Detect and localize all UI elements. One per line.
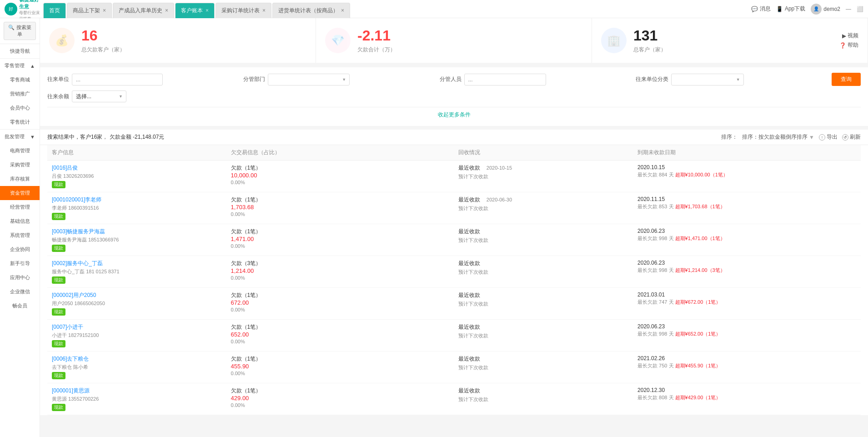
filter-group-balance: 往来余额 选择... (47, 90, 861, 102)
customer-name-link-3[interactable]: [0002]服务中心_丁磊 (52, 260, 222, 267)
debt-amount-5[interactable]: 652.00 (231, 331, 450, 338)
sidebar-item-retail-manage[interactable]: 零售管理 ▲ (0, 59, 40, 73)
quick-nav-label: 快捷导航 (10, 48, 30, 54)
cell-collection-3: 最近收款 预计下次收款 (454, 256, 633, 288)
customer-name-link-6[interactable]: [0006]去下粮仓 (52, 355, 222, 363)
refresh-btn[interactable]: ↺ 刷新 (842, 133, 861, 141)
customer-name-link-4[interactable]: [000002]用户2050 (52, 291, 222, 299)
sidebar-item-basic-info[interactable]: 基础信息 (0, 214, 40, 228)
messages-btn[interactable]: 💬 消息 (751, 5, 771, 13)
sidebar-item-changhui[interactable]: 畅会员 (0, 299, 40, 313)
sidebar-item-batch-manage[interactable]: 批发管理 ▼ (0, 130, 40, 144)
table-row: [000002]用户2050 用户2050 18665062050 现款 欠款（… (47, 288, 861, 320)
stats-bar: 💰 16 总欠款客户（家） 💎 -2.11 欠款合计（万） 🏢 131 总客户（… (40, 18, 868, 63)
help-btn[interactable]: ❓ 帮助 (839, 41, 858, 49)
debt-amount-0[interactable]: 10,000.00 (231, 172, 450, 179)
stat-info-debt-customers: 16 总欠款客户（家） (81, 27, 125, 54)
sidebar-item-retail-stats[interactable]: 零售统计 (0, 115, 40, 129)
window-minimize[interactable]: — (846, 6, 851, 12)
sidebar-item-corp-wechat[interactable]: 企业微信 (0, 285, 40, 299)
tab-production-history-close[interactable]: × (165, 7, 168, 14)
cell-customer-7: [000001]黄思源 黄思源 13552700226 现款 (47, 383, 226, 415)
sort-label: 排序： (721, 133, 738, 141)
balance-select[interactable]: 选择... (72, 90, 126, 102)
debt-amount-3[interactable]: 1,214.00 (231, 267, 450, 274)
customer-name-link-7[interactable]: [000001]黄思源 (52, 387, 222, 395)
sidebar-search: 🔍 搜索菜单 (0, 18, 40, 44)
tab-incoming-stats-close[interactable]: × (341, 7, 344, 14)
sidebar-item-system[interactable]: 系统管理 (0, 228, 40, 242)
debt-customers-number: 16 (81, 27, 125, 44)
overdue-amount-link-6[interactable]: 超期¥455.90（1笔） (675, 363, 721, 368)
search-menu-btn[interactable]: 🔍 搜索菜单 (4, 22, 36, 40)
sidebar-item-marketing[interactable]: 营销推广 (0, 87, 40, 101)
debt-amount-label: 欠款合计（万） (357, 46, 396, 54)
sidebar-item-retail-mall[interactable]: 零售商城 (0, 73, 40, 87)
overdue-amount-link-3[interactable]: 超期¥1,214.00（3笔） (675, 267, 725, 273)
user-menu[interactable]: 👤 demo2 (811, 4, 840, 15)
unit-class-select[interactable] (671, 74, 744, 85)
cell-due-date-1: 2020.11.15 最长欠款 853 天 超期¥1,703.68（1笔） (633, 192, 861, 224)
overdue-amount-link-4[interactable]: 超期¥672.00（1笔） (675, 299, 721, 305)
sort-btn[interactable]: 排序：按欠款金额倒序排序 ▼ (742, 133, 814, 141)
customer-phone-5: 小进干 18279152100 (52, 332, 222, 339)
sidebar-item-finance[interactable]: 资金管理 (0, 186, 40, 200)
debt-count-5: 欠款（1笔） (231, 323, 450, 331)
tab-customer-account-close[interactable]: × (206, 7, 209, 14)
sidebar-item-guide[interactable]: 新手引导 (0, 256, 40, 271)
video-btn[interactable]: ▶ 视频 (842, 32, 858, 40)
overdue-amount-link-0[interactable]: 超期¥10,000.00（1笔） (675, 172, 728, 177)
dept-select[interactable] (268, 74, 350, 85)
due-date-6: 2021.02.26 (637, 355, 856, 362)
customer-name-link-1[interactable]: [0001020001]李老师 (52, 196, 222, 204)
app-download-btn[interactable]: 📱 App下载 (776, 5, 805, 13)
customer-name-link-5[interactable]: [0007]小进干 (52, 323, 222, 331)
sort-arrow-icon: ▼ (809, 134, 814, 141)
debt-amount-4[interactable]: 672.00 (231, 299, 450, 306)
cell-customer-3: [0002]服务中心_丁磊 服务中心_丁磊 181 0125 8371 现款 (47, 256, 226, 288)
tab-home[interactable]: 首页 (43, 3, 66, 18)
debt-amount-1[interactable]: 1,703.68 (231, 204, 450, 211)
sidebar-item-quick-nav[interactable]: 快捷导航 (0, 44, 40, 59)
cell-collection-5: 最近收款 预计下次收款 (454, 320, 633, 352)
customer-name-link-0[interactable]: [0016]吕俊 (52, 164, 222, 172)
tab-incoming-stats[interactable]: 进货单统计表（按商品） × (272, 3, 350, 18)
tab-production-history[interactable]: 产成品入库单历史 × (113, 3, 174, 18)
avatar: 👤 (811, 4, 822, 15)
debt-amount-7[interactable]: 429.00 (231, 395, 450, 402)
cell-collection-1: 最近收款 2020-06-30 预计下次收款 (454, 192, 633, 224)
sidebar-item-enterprise[interactable]: 企业协同 (0, 242, 40, 256)
tab-product-manage-close[interactable]: × (103, 7, 106, 14)
sidebar: 🔍 搜索菜单 快捷导航 零售管理 ▲ 零售商城 营销推广 会员中心 零售统计 (0, 18, 40, 437)
debt-amount-6[interactable]: 455.90 (231, 363, 450, 370)
sidebar-item-purchase[interactable]: 采购管理 (0, 158, 40, 172)
query-button[interactable]: 查询 (832, 73, 861, 86)
debt-percent-3: 0.00% (231, 275, 450, 281)
tab-purchase-order-close[interactable]: × (262, 7, 266, 14)
collapse-btn[interactable]: 收起更多条件 (47, 109, 861, 121)
tab-customer-account[interactable]: 客户账本 × (175, 3, 215, 18)
sidebar-item-ecommerce[interactable]: 电商管理 (0, 144, 40, 158)
sidebar-item-operation[interactable]: 经营管理 (0, 200, 40, 214)
stat-info-total-customers: 131 总客户（家） (633, 27, 666, 54)
results-area: 搜索结果中，客户16家， 欠款金额 -21,148.07元 排序： 排序：按欠款… (40, 130, 868, 415)
debt-amount-2[interactable]: 1,471.00 (231, 236, 450, 242)
overdue-amount-link-1[interactable]: 超期¥1,703.68（1笔） (675, 204, 725, 209)
customer-phone-4: 用户2050 18665062050 (52, 300, 222, 307)
sidebar-item-member[interactable]: 会员中心 (0, 101, 40, 115)
window-maximize[interactable]: ⬜ (857, 6, 863, 12)
apps-label: 应用中心 (10, 275, 30, 280)
enterprise-label: 企业协同 (10, 246, 30, 252)
unit-class-select-wrapper (671, 74, 744, 85)
export-btn[interactable]: ↑ 导出 (819, 133, 838, 141)
source-unit-input[interactable] (72, 74, 163, 85)
customer-name-link-2[interactable]: [0003]畅捷服务尹海蕊 (52, 228, 222, 236)
sidebar-item-apps[interactable]: 应用中心 (0, 271, 40, 285)
sidebar-item-inventory[interactable]: 库存核算 (0, 172, 40, 186)
overdue-amount-link-5[interactable]: 超期¥652.00（1笔） (675, 331, 721, 337)
tab-product-manage[interactable]: 商品上下架 × (67, 3, 112, 18)
tab-purchase-order[interactable]: 采购订单统计表 × (216, 3, 271, 18)
person-input[interactable] (464, 74, 546, 85)
overdue-amount-link-2[interactable]: 超期¥1,471.00（1笔） (675, 236, 725, 241)
overdue-amount-link-7[interactable]: 超期¥429.00（1笔） (675, 395, 721, 400)
